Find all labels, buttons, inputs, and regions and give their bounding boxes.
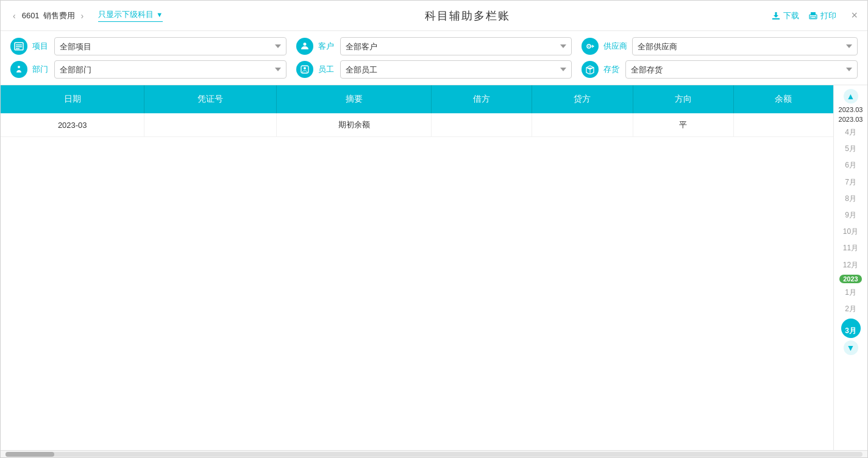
timeline-month-2[interactable]: 2月 [834, 301, 867, 317]
timeline-month-12[interactable]: 12月 [834, 257, 867, 273]
scrollbar-thumb [5, 452, 54, 457]
employee-icon-circle [296, 61, 313, 78]
print-button[interactable]: 打印 [809, 10, 836, 21]
cell-debit [431, 113, 532, 137]
dept-select[interactable]: 全部部门 [54, 60, 286, 79]
account-code-display: 6601 销售费用 [22, 10, 75, 21]
year-badge: 2023 [839, 275, 861, 283]
page-title: 科目辅助多栏账 [163, 9, 772, 23]
svg-rect-3 [811, 16, 816, 18]
filter-customer: 客户 全部客户 [296, 37, 572, 55]
customer-select[interactable]: 全部客户 [340, 37, 572, 55]
close-button[interactable]: × [851, 9, 858, 22]
print-label: 打印 [820, 10, 836, 21]
inventory-label: 存货 [603, 64, 621, 75]
inventory-select[interactable]: 全部存货 [625, 60, 858, 79]
download-button[interactable]: 下载 [772, 10, 799, 21]
timeline-month-1[interactable]: 1月 [834, 284, 867, 301]
svg-point-10 [18, 66, 20, 68]
cell-direction: 平 [633, 113, 733, 137]
show-sub-label: 只显示下级科目 [98, 9, 154, 20]
cell-voucher [144, 113, 277, 137]
col-direction: 方向 [633, 85, 733, 113]
filter-inventory: 存货 全部存货 [582, 60, 858, 79]
col-debit: 借方 [431, 85, 532, 113]
prev-account-btn[interactable]: ‹ [10, 10, 18, 22]
table-area[interactable]: 日期 凭证号 摘要 借方 贷方 方向 余额 2023-03 期初余额 [1, 85, 833, 450]
ledger-table: 日期 凭证号 摘要 借方 贷方 方向 余额 2023-03 期初余额 [1, 85, 833, 137]
timeline-header-2: 2023.03 [839, 114, 863, 124]
timeline-month-11[interactable]: 11月 [834, 240, 867, 256]
filter-supplier: 供应商 全部供应商 [582, 37, 858, 55]
account-code-text: 6601 [22, 11, 40, 20]
customer-icon [300, 41, 310, 51]
supplier-label: 供应商 [603, 41, 627, 52]
timeline-month-6[interactable]: 6月 [834, 157, 867, 174]
account-name-text: 销售费用 [43, 10, 75, 21]
supplier-select[interactable]: 全部供应商 [632, 37, 858, 55]
download-icon [772, 12, 780, 20]
customer-icon-circle [296, 38, 313, 55]
timeline-up-btn[interactable]: ▲ [844, 89, 858, 104]
table-header-row: 日期 凭证号 摘要 借方 贷方 方向 余额 [1, 85, 833, 113]
show-sub-filter[interactable]: 只显示下级科目 ▼ [98, 9, 163, 22]
top-bar: ‹ 6601 销售费用 › 只显示下级科目 ▼ 科目辅助多栏账 下载 [1, 1, 867, 31]
timeline-month-8[interactable]: 8月 [834, 191, 867, 207]
col-voucher: 凭证号 [144, 85, 277, 113]
project-select[interactable]: 全部项目 [54, 37, 286, 55]
svg-point-9 [588, 46, 589, 47]
customer-label: 客户 [318, 41, 335, 52]
timeline-panel: ▲ 2023.03 2023.03 4月 5月 6月 7月 8月 9月 10月 … [833, 85, 867, 450]
employee-label: 员工 [318, 64, 335, 75]
cell-balance [733, 113, 833, 137]
dept-icon-circle [10, 61, 27, 78]
timeline-month-7[interactable]: 7月 [834, 174, 867, 191]
employee-icon [300, 65, 310, 74]
employee-select[interactable]: 全部员工 [340, 60, 572, 79]
scrollbar-track [5, 452, 863, 457]
chevron-down-icon: ▼ [156, 11, 163, 18]
supplier-icon-circle [582, 38, 599, 55]
main-content: 日期 凭证号 摘要 借方 贷方 方向 余额 2023-03 期初余额 [1, 85, 867, 450]
col-date: 日期 [1, 85, 144, 113]
filter-dept: 部门 全部部门 [10, 60, 286, 79]
project-icon [14, 41, 24, 51]
download-label: 下载 [783, 10, 799, 21]
svg-rect-7 [16, 48, 20, 49]
inventory-icon [585, 65, 595, 74]
toolbar-right: 下载 打印 × [772, 9, 858, 22]
timeline-header-1: 2023.03 [839, 105, 863, 114]
svg-rect-2 [811, 12, 816, 15]
timeline-month-10[interactable]: 10月 [834, 224, 867, 240]
timeline-month-5[interactable]: 5月 [834, 141, 867, 157]
project-label: 项目 [32, 41, 49, 52]
dept-label: 部门 [32, 64, 49, 75]
filter-bar: 项目 全部项目 客户 全部客户 [1, 31, 867, 85]
supplier-icon [585, 41, 595, 51]
svg-rect-6 [16, 46, 22, 48]
inventory-icon-circle [582, 61, 599, 78]
svg-rect-0 [772, 18, 780, 19]
next-account-btn[interactable]: › [79, 10, 87, 22]
svg-rect-5 [16, 44, 22, 46]
horizontal-scrollbar[interactable] [1, 450, 867, 457]
cell-date: 2023-03 [1, 113, 144, 137]
timeline-month-4[interactable]: 4月 [834, 124, 867, 141]
timeline-month-9[interactable]: 9月 [834, 207, 867, 224]
timeline-active-month[interactable]: 3月 [841, 319, 861, 338]
cell-credit [532, 113, 633, 137]
main-window: ‹ 6601 销售费用 › 只显示下级科目 ▼ 科目辅助多栏账 下载 [0, 0, 868, 458]
table-row[interactable]: 2023-03 期初余额 平 [1, 113, 833, 137]
filter-project: 项目 全部项目 [10, 37, 286, 55]
timeline-down-btn[interactable]: ▼ [844, 340, 858, 355]
col-credit: 贷方 [532, 85, 633, 113]
col-summary: 摘要 [277, 85, 432, 113]
project-icon-circle [10, 38, 27, 55]
dept-icon [14, 65, 24, 74]
col-balance: 余额 [733, 85, 833, 113]
print-icon [809, 12, 817, 20]
filter-employee: 员工 全部员工 [296, 60, 572, 79]
svg-point-12 [304, 67, 306, 69]
cell-summary: 期初余额 [277, 113, 432, 137]
